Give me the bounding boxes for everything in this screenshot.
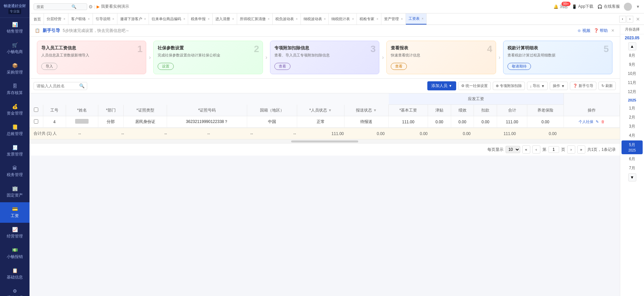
settings-icon[interactable]: ⚙ — [89, 4, 93, 9]
tab-close-10[interactable]: × — [352, 17, 354, 21]
month-item-7月[interactable]: 7月 — [620, 164, 644, 173]
refresh-button[interactable]: ↻ 刷新 — [598, 82, 616, 90]
step-action-1[interactable]: 导入 — [41, 63, 57, 70]
prev-page-button[interactable]: ‹ — [532, 145, 540, 154]
month-item-2025[interactable]: 2025 — [620, 96, 644, 104]
tab-prev-button[interactable]: ‹ — [619, 16, 626, 23]
tab-引导说明[interactable]: 引导说明× — [93, 13, 117, 25]
guide-button[interactable]: ❓ 新手引导 — [570, 82, 596, 90]
month-item-9月[interactable]: 9月 — [620, 60, 644, 69]
tab-close-5[interactable]: × — [208, 17, 210, 21]
tab-close-all[interactable]: ✕ — [633, 16, 643, 22]
tab-next-button[interactable]: › — [627, 16, 633, 23]
message-button[interactable]: 🔔 消息 99+ — [553, 4, 568, 9]
scrollbar-thumb[interactable] — [291, 140, 358, 142]
user-avatar[interactable] — [624, 3, 632, 11]
step-action-2[interactable]: 设置 — [158, 63, 174, 70]
tab-税负波动表[interactable]: 税负波动表× — [273, 13, 301, 25]
month-down-button[interactable]: ▼ — [628, 173, 636, 181]
tab-邀请下游客户[interactable]: 邀请下游客户× — [117, 13, 149, 25]
sidebar-item-税务管理[interactable]: 🏛税务管理 — [0, 161, 30, 182]
sidebar-item-库存核算[interactable]: 🗄库存核算 — [0, 79, 30, 100]
row-select-checkbox[interactable] — [34, 119, 38, 124]
sidebar-item-采购管理[interactable]: 📦采购管理 — [0, 59, 30, 79]
step-action-3[interactable]: 查看 — [274, 63, 290, 70]
month-item-11月[interactable]: 11月 — [620, 78, 644, 87]
tab-客户联络[interactable]: 客户联络× — [68, 13, 93, 25]
tab-close-3[interactable]: × — [144, 17, 146, 21]
online-service-button[interactable]: 🎧 在线客服 — [597, 4, 620, 9]
tab-close-9[interactable]: × — [324, 17, 326, 21]
sidebar-item-工资[interactable]: 💳工资 — [0, 202, 30, 223]
tab-所得税汇算清缴[interactable]: 所得税汇算清缴× — [237, 13, 273, 25]
last-page-button[interactable]: » — [577, 145, 585, 154]
tab-close-1[interactable]: × — [88, 17, 90, 21]
tab-close-12[interactable]: × — [401, 17, 403, 21]
month-item-6月[interactable]: 6月 — [620, 155, 644, 164]
tab-close-6[interactable]: × — [232, 17, 234, 21]
app-download-button[interactable]: 📱 App下载 — [572, 4, 593, 9]
topbar-search-input[interactable] — [37, 5, 70, 9]
edit-button[interactable]: ✎ — [596, 120, 599, 124]
sidebar-item-总账管理[interactable]: 📒总账管理 — [0, 120, 30, 141]
page-size-select[interactable]: 10 20 50 — [505, 146, 520, 153]
status-filter-icon[interactable]: ▼ — [328, 108, 332, 112]
sidebar-item-资金管理[interactable]: 💰资金管理 — [0, 100, 30, 120]
tab-close-8[interactable]: × — [296, 17, 298, 21]
month-item-4月[interactable]: 4月 — [620, 131, 644, 140]
help-link[interactable]: ❓ 帮助 — [594, 28, 608, 34]
tab-close-2[interactable]: × — [112, 17, 114, 21]
tab-close-11[interactable]: × — [376, 17, 378, 21]
tab-往来单位商品编码[interactable]: 往来单位商品编码× — [149, 13, 188, 25]
special-deduction-button[interactable]: ⊕ 专项附加扣除 — [493, 82, 525, 90]
sidebar-item-固定资产[interactable]: 🏢固定资产 — [0, 182, 30, 202]
social-insurance-button[interactable]: 个人社保 — [579, 120, 593, 124]
tab-close-0[interactable]: × — [63, 17, 65, 21]
sidebar-item-销售管理[interactable]: 📊销售管理 — [0, 18, 30, 38]
tab-close-4[interactable]: × — [183, 17, 185, 21]
sidebar-item-发票管理[interactable]: 🧾发票管理 — [0, 141, 30, 161]
actions-button[interactable]: 操作 ▼ — [550, 82, 568, 90]
step-action-5[interactable]: 敬请期待 — [507, 63, 531, 70]
unified-settings-button[interactable]: ⚙ 统一社保设置 — [458, 82, 491, 90]
sidebar-item-小畅电商[interactable]: 🛒小畅电商 — [0, 38, 30, 59]
sidebar-icon-2: 📦 — [12, 63, 18, 68]
first-page-button[interactable]: « — [522, 145, 530, 154]
sidebar-item-经营管理[interactable]: 📈经营管理 — [0, 223, 30, 243]
user-menu-icon[interactable]: ▼ — [636, 4, 640, 9]
tab-close-7[interactable]: × — [268, 17, 270, 21]
step-action-4[interactable]: 查看 — [391, 63, 407, 70]
tab-纳税波动表[interactable]: 纳税波动表× — [301, 13, 329, 25]
sidebar-item-基础信息[interactable]: 📋基础信息 — [0, 264, 30, 284]
select-all-checkbox[interactable] — [34, 108, 38, 112]
tab-分层经营[interactable]: 分层经营× — [44, 13, 68, 25]
month-item-2月[interactable]: 2月 — [620, 113, 644, 122]
month-item-10月[interactable]: 10月 — [620, 69, 644, 78]
month-item-1月[interactable]: 1月 — [620, 104, 644, 113]
guide-close-icon[interactable]: ✕ — [611, 28, 614, 33]
delete-button[interactable]: 🗑 — [601, 120, 605, 124]
month-item-8月[interactable]: 8月 — [620, 51, 644, 60]
tab-资产管理[interactable]: 资产管理× — [381, 13, 406, 25]
next-page-button[interactable]: › — [567, 145, 575, 154]
tab-税务申报[interactable]: 税务申报× — [188, 13, 213, 25]
send-status-filter-icon[interactable]: ▼ — [373, 108, 377, 112]
month-item-5月[interactable]: 5月 2025 — [622, 140, 643, 154]
page-number-input[interactable] — [548, 146, 559, 153]
tab-home[interactable]: 首页 — [31, 13, 44, 25]
month-item-12月[interactable]: 12月 — [620, 87, 644, 96]
tab-税检专家[interactable]: 税检专家× — [357, 13, 381, 25]
tab-工资表[interactable]: 工资表× — [406, 13, 427, 25]
tab-close-13[interactable]: × — [422, 17, 424, 20]
horizontal-scrollbar[interactable] — [30, 139, 620, 143]
demo-link[interactable]: ▶ 我要看实例演示 — [97, 4, 129, 9]
tab-进入清册[interactable]: 进入清册× — [213, 13, 237, 25]
sidebar-item-系统管理[interactable]: ⚙系统管理 — [0, 284, 30, 296]
tab-纳税统计表[interactable]: 纳税统计表× — [329, 13, 357, 25]
sidebar-item-小畅报销[interactable]: 💵小畅报销 — [0, 243, 30, 264]
add-employee-button[interactable]: 添加人员 ▼ — [427, 81, 456, 90]
month-up-button[interactable]: ▲ — [628, 42, 636, 50]
month-item-3月[interactable]: 3月 — [620, 122, 644, 131]
export-button[interactable]: ↓ 导出 ▼ — [527, 82, 548, 90]
video-link[interactable]: ⊙ 视频 — [578, 28, 590, 34]
